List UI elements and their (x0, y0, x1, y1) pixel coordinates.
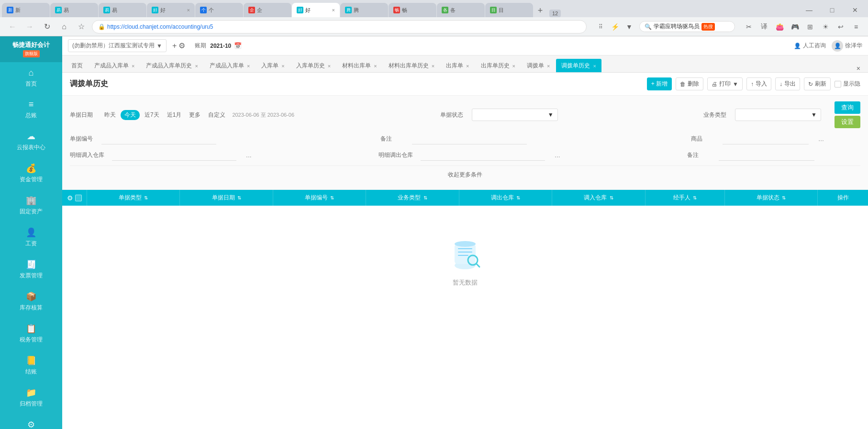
print-button[interactable]: 🖨 打印 ▼ (707, 77, 743, 90)
tab-close-4[interactable]: × (187, 7, 190, 13)
browser-tab-5[interactable]: 个 个 (195, 3, 243, 17)
th-type[interactable]: 单据类型 ⇅ (87, 190, 180, 206)
sidebar-item-closing[interactable]: 📒 结账 (0, 350, 62, 382)
page-tab-11-close[interactable]: × (593, 63, 596, 69)
th-number[interactable]: 单据编号 ⇅ (273, 190, 366, 206)
delete-button[interactable]: 🗑 删除 (676, 77, 703, 90)
page-tab-11[interactable]: 调拨单历史 × (556, 59, 601, 72)
sidebar-item-assets[interactable]: 🏢 固定资产 (0, 189, 62, 221)
last1m-btn[interactable]: 近1月 (164, 110, 185, 120)
browser-tab-7[interactable]: 好 好 × (292, 3, 340, 17)
th-handler[interactable]: 经手人 ⇅ (645, 190, 724, 206)
calendar-icon[interactable]: 📅 (234, 42, 242, 49)
import-button[interactable]: ↑ 导入 (746, 77, 771, 90)
page-tab-6-close[interactable]: × (374, 63, 377, 69)
sidebar-item-tax[interactable]: 📋 税务管理 (0, 318, 62, 350)
note2-input[interactable] (719, 149, 814, 161)
th-in-wh[interactable]: 调入仓库 ⇅ (552, 190, 645, 206)
yesterday-btn[interactable]: 昨天 (101, 110, 119, 120)
scissors-icon[interactable]: ✂ (743, 21, 755, 33)
today-btn[interactable]: 今天 (121, 110, 140, 120)
add-button[interactable]: + 新增 (647, 77, 672, 90)
tab-collapse-button[interactable]: × (853, 65, 864, 72)
in-warehouse-input[interactable] (112, 149, 236, 161)
forward-button[interactable]: → (23, 20, 36, 33)
settings-button[interactable]: 设置 (835, 116, 860, 128)
page-tab-7[interactable]: 材料出库单历史 × (383, 59, 440, 72)
close-button[interactable]: ✕ (844, 3, 866, 17)
browser-tab-11[interactable]: 目 目 (485, 3, 533, 17)
th-status[interactable]: 单据状态 ⇅ (724, 190, 817, 206)
undo-icon[interactable]: ↩ (835, 21, 847, 33)
goods-dots[interactable]: ... (818, 135, 824, 143)
sidebar-item-inventory[interactable]: 📦 库存核算 (0, 286, 62, 318)
sidebar-item-payroll[interactable]: 👤 工资 (0, 221, 62, 253)
page-tab-8-close[interactable]: × (466, 63, 469, 69)
th-biztype[interactable]: 业务类型 ⇅ (366, 190, 459, 206)
in-wh-dots[interactable]: ... (246, 151, 252, 159)
status-select[interactable]: ▼ (472, 109, 558, 121)
grid-icon[interactable]: ⊞ (804, 21, 816, 33)
search-bar[interactable]: 🔍 学霸应聘场驱鸟员 热搜 (639, 21, 735, 32)
company-selector[interactable]: (勿删勿禁用）江西服宝测试专用 ▼ (68, 39, 167, 52)
refresh-button[interactable]: ↻ 刷新 (804, 77, 831, 90)
sidebar-item-invoice[interactable]: 🧾 发票管理 (0, 253, 62, 286)
home-button[interactable]: ⌂ (57, 20, 71, 33)
browser-tab-2[interactable]: 易 易 (50, 3, 98, 17)
last7-btn[interactable]: 近7天 (142, 110, 162, 120)
refresh-browser-button[interactable]: ↻ (40, 20, 54, 33)
header-checkbox[interactable] (75, 195, 82, 201)
page-tab-10-close[interactable]: × (547, 63, 550, 69)
page-tab-6[interactable]: 材料出库单 × (337, 59, 382, 72)
note-input[interactable] (412, 133, 527, 144)
tab-add-button[interactable]: + (534, 4, 547, 17)
service-button[interactable]: 👤 人工咨询 (794, 42, 826, 50)
goods-input[interactable] (723, 133, 809, 144)
th-date[interactable]: 单据日期 ⇅ (180, 190, 273, 206)
browser-tab-10[interactable]: 各 各 (437, 3, 485, 17)
page-tab-2-close[interactable]: × (195, 63, 198, 69)
out-wh-dots[interactable]: ... (555, 151, 560, 159)
type-select[interactable]: ▼ (735, 109, 821, 121)
sidebar-item-home[interactable]: ⌂ 首页 (0, 62, 62, 94)
more-btn[interactable]: 更多 (186, 110, 203, 120)
settings-gear-icon[interactable]: ⚙ (178, 41, 185, 50)
sidebar-item-archive[interactable]: 📁 归档管理 (0, 382, 62, 414)
gear-table-icon[interactable]: ⚙ (67, 194, 73, 202)
sidebar-item-reports[interactable]: ☁ 云报表中心 (0, 125, 62, 157)
page-tab-9-close[interactable]: × (512, 63, 515, 69)
export-button[interactable]: ↓ 导出 (775, 77, 800, 90)
browser-tab-8[interactable]: 腾 腾 (340, 3, 388, 17)
page-tab-1[interactable]: 产成品入库单 × (89, 59, 140, 72)
page-tab-3-close[interactable]: × (247, 63, 250, 69)
page-tab-7-close[interactable]: × (432, 63, 434, 69)
game-icon[interactable]: 🎮 (789, 21, 801, 33)
sidebar-item-settings[interactable]: ⚙ 基础设置 (0, 414, 62, 429)
maximize-button[interactable]: □ (821, 3, 843, 17)
th-out-wh[interactable]: 调出仓库 ⇅ (459, 190, 552, 206)
sidebar-item-capital[interactable]: 💰 资金管理 (0, 157, 62, 189)
extension-icon[interactable]: ⠿ (594, 21, 607, 33)
collapse-button[interactable]: 收起更多条件 (70, 168, 860, 182)
sidebar-item-ledger[interactable]: ≡ 总账 (0, 94, 62, 125)
minimize-button[interactable]: — (798, 3, 820, 17)
wallet-icon[interactable]: 👛 (773, 21, 786, 33)
th-checkbox[interactable]: ⚙ (62, 190, 87, 206)
lightning-icon[interactable]: ⚡ (609, 21, 621, 33)
browser-tab-6[interactable]: 企 企 (244, 3, 291, 17)
browser-tab-3[interactable]: 易 易 (99, 3, 146, 17)
dropdown-icon[interactable]: ▼ (623, 21, 635, 33)
brightness-icon[interactable]: ☀ (819, 21, 832, 33)
query-button[interactable]: 查询 (835, 101, 860, 114)
page-tab-5[interactable]: 入库单历史 × (291, 59, 336, 72)
page-tab-9[interactable]: 出库单历史 × (476, 59, 521, 72)
number-input[interactable] (101, 133, 216, 144)
browser-tab-1[interactable]: 新 新 (2, 3, 50, 17)
page-tab-8[interactable]: 出库单 × (441, 59, 474, 72)
custom-btn[interactable]: 自定义 (205, 110, 228, 120)
page-tab-2[interactable]: 产成品入库单历史 × (141, 59, 203, 72)
page-tab-home[interactable]: 首页 (66, 59, 88, 72)
bookmark-button[interactable]: ☆ (75, 20, 88, 33)
page-tab-3[interactable]: 产成品入库单 × (204, 59, 255, 72)
user-info[interactable]: 👤 徐泽华 (832, 40, 862, 52)
